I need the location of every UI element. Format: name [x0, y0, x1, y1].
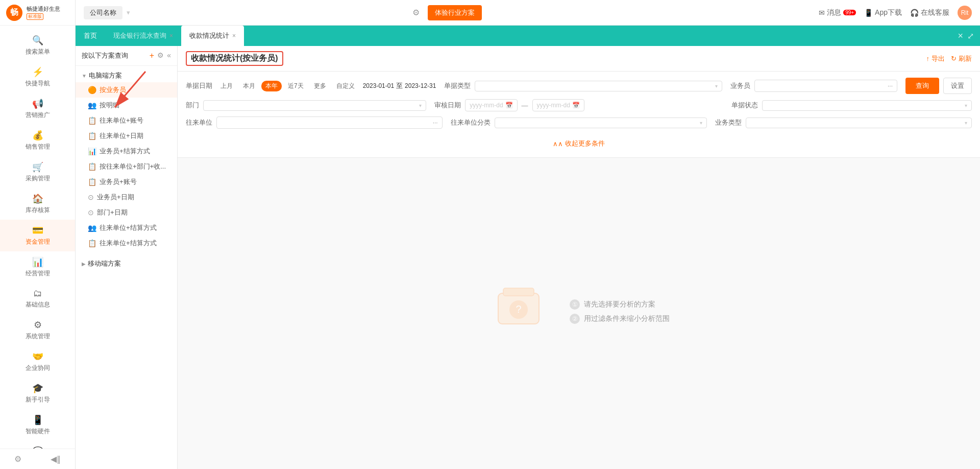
date-tab-last-month[interactable]: 上月: [216, 81, 237, 91]
sidebar-item-basic[interactable]: 🗂 基础信息: [0, 283, 75, 314]
step-1-num: ①: [570, 299, 580, 310]
tab-receipt-label: 收款情况统计: [189, 31, 229, 40]
calendar-start-icon[interactable]: 📅: [505, 102, 513, 109]
scheme-item-staff-settlement[interactable]: 📊 业务员+结算方式: [76, 144, 177, 159]
mobile-group-header[interactable]: ▶ 移动端方案: [76, 257, 177, 270]
trial-btn[interactable]: 体验行业方案: [428, 5, 482, 20]
date-range-separator: 至: [396, 81, 403, 90]
biz-type-select[interactable]: ▾: [746, 118, 972, 128]
scheme-group-pc: ▼ 电脑端方案 🟠 按业务员 👥 按明细 📋 往来单位+账号 📋 往: [76, 66, 177, 254]
tab-bank-label: 现金银行流水查询: [113, 31, 166, 40]
logo-text: 畅捷通好生意 标准版: [27, 5, 60, 20]
date-tab-7days[interactable]: 近7天: [284, 81, 308, 91]
date-start-value: 2023-01-01: [363, 82, 394, 89]
left-panel-header: 按以下方案查询 + ⚙ «: [76, 46, 177, 66]
sidebar-item-capital[interactable]: 💳 资金管理: [0, 220, 75, 251]
sidebar: 畅 畅捷通好生意 标准版 🔍 搜索菜单 ⚡ 快捷导航 📢 营销推广 💰 销售管理…: [0, 0, 76, 469]
settings-btn[interactable]: 设置: [943, 78, 972, 94]
sidebar-item-sales[interactable]: 💰 销售管理: [0, 125, 75, 156]
date-tab-more[interactable]: 更多: [310, 81, 330, 91]
bill-type-select[interactable]: ▾: [475, 81, 722, 91]
scheme-item-staff-date[interactable]: ⊙ 业务员+日期: [76, 190, 177, 205]
export-btn[interactable]: ↑ 导出: [926, 54, 945, 63]
date-tab-this-year[interactable]: 本年: [261, 81, 282, 91]
scheme-item-unit-settlement1[interactable]: 👥 往来单位+结算方式: [76, 220, 177, 236]
scheme-item-label-staff-account: 业务员+账号: [100, 177, 137, 186]
tab-bank-close[interactable]: ×: [169, 32, 173, 39]
scheme-item-by-staff[interactable]: 🟠 按业务员: [76, 82, 177, 98]
query-btn[interactable]: 查询: [905, 78, 939, 94]
collapse-filters-btn[interactable]: ∧∧ 收起更多条件: [550, 136, 608, 151]
staff-more-btn[interactable]: ···: [888, 82, 893, 89]
sidebar-item-inventory[interactable]: 🏠 库存核算: [0, 188, 75, 220]
collapse-footer-btn[interactable]: ◀‖: [51, 454, 61, 464]
hardware-icon: 📱: [32, 414, 43, 426]
user-avatar[interactable]: Rit: [958, 6, 972, 20]
scheme-item-label-unit-date: 往来单位+日期: [100, 131, 143, 140]
staff-select[interactable]: ···: [754, 80, 897, 92]
date-tab-this-month[interactable]: 本月: [239, 81, 259, 91]
service-icon: 🎧: [910, 9, 919, 17]
dept-select[interactable]: ▾: [203, 100, 426, 111]
sidebar-item-operations[interactable]: 📊 经营管理: [0, 251, 75, 283]
maximize-btn[interactable]: ⤢: [967, 31, 974, 41]
export-icon: ↑: [926, 55, 930, 62]
pc-group-label: 电脑端方案: [89, 71, 122, 80]
scheme-item-unit-settlement2[interactable]: 📋 往来单位+结算方式: [76, 236, 177, 251]
filter-bill-status-item: 单据状态 ▾: [731, 100, 972, 111]
date-tabs: 上月 本月 本年 近7天 更多 自定义: [216, 81, 359, 91]
sidebar-item-wechat[interactable]: 💬 企业微信: [0, 441, 75, 449]
sidebar-item-search[interactable]: 🔍 搜索菜单: [0, 30, 75, 61]
tab-receipt[interactable]: 收款情况统计 ×: [181, 26, 244, 46]
date-tab-custom[interactable]: 自定义: [332, 81, 359, 91]
review-date-label: 审核日期: [434, 101, 461, 110]
filter-row-3: 往来单位 ··· 往来单位分类 ▾ 业务: [186, 116, 972, 129]
bill-status-select[interactable]: ▾: [762, 100, 972, 111]
search-nav-icon: 🔍: [32, 35, 43, 46]
partner-more-btn[interactable]: ···: [433, 119, 438, 126]
logo-name: 畅捷通好生意: [27, 5, 60, 12]
sidebar-item-quicknav[interactable]: ⚡ 快捷导航: [0, 61, 75, 93]
scheme-item-dept-date[interactable]: ⊙ 部门+日期: [76, 205, 177, 220]
svg-text:?: ?: [516, 303, 521, 315]
gear-icon[interactable]: ⚙: [412, 8, 420, 17]
review-date-start[interactable]: yyyy-mm-dd 📅: [465, 99, 517, 111]
tab-home[interactable]: 首页: [76, 26, 105, 46]
sidebar-item-purchase[interactable]: 🛒 采购管理: [0, 156, 75, 188]
avatar: Rit: [958, 6, 972, 20]
scheme-item-label-detail: 按明细: [100, 101, 119, 110]
calendar-end-icon[interactable]: 📅: [572, 102, 580, 109]
scheme-item-unit-date[interactable]: 📋 往来单位+日期: [76, 128, 177, 144]
scheme-item-label-dept-date: 部门+日期: [97, 208, 128, 217]
sidebar-item-cooperation[interactable]: 🤝 企业协同: [0, 346, 75, 378]
sidebar-item-hardware[interactable]: 📱 智能硬件: [0, 409, 75, 441]
partner-select[interactable]: ···: [216, 116, 443, 129]
scheme-item-unit-account[interactable]: 📋 往来单位+账号: [76, 113, 177, 128]
refresh-btn[interactable]: ↻ 刷新: [951, 54, 972, 63]
app-download-btn[interactable]: 📱 App下载: [864, 8, 902, 17]
scheme-item-staff-account[interactable]: 📋 业务员+账号: [76, 174, 177, 190]
review-date-end[interactable]: yyyy-mm-dd 📅: [532, 99, 584, 111]
settings-scheme-btn[interactable]: ⚙: [157, 51, 164, 60]
scheme-item-by-detail[interactable]: 👥 按明细: [76, 98, 177, 113]
settings-footer-btn[interactable]: ⚙: [14, 454, 21, 464]
collapse-scheme-btn[interactable]: «: [167, 51, 171, 60]
sidebar-item-marketing[interactable]: 📢 营销推广: [0, 93, 75, 125]
message-icon: ✉: [819, 9, 825, 17]
basic-icon: 🗂: [33, 288, 42, 299]
tab-receipt-close[interactable]: ×: [232, 32, 236, 39]
close-window-btn[interactable]: ×: [958, 31, 963, 41]
partner-cat-select[interactable]: ▾: [495, 118, 707, 128]
scheme-panel-title: 按以下方案查询: [82, 51, 128, 60]
capital-icon: 💳: [32, 225, 43, 236]
tab-bank[interactable]: 现金银行流水查询 ×: [105, 26, 181, 46]
sidebar-item-guide[interactable]: 🎓 新手引导: [0, 378, 75, 409]
add-scheme-btn[interactable]: +: [150, 51, 154, 60]
scheme-item-unit-dept[interactable]: 📋 按往来单位+部门+收...: [76, 159, 177, 174]
online-service-btn[interactable]: 🎧 在线客服: [910, 8, 949, 17]
sidebar-item-system[interactable]: ⚙ 系统管理: [0, 314, 75, 346]
scheme-item-label-unit-account: 往来单位+账号: [100, 116, 143, 125]
messages-btn[interactable]: ✉ 消息 99+: [819, 8, 856, 17]
filter-staff-item: 业务员 ···: [730, 80, 897, 92]
pc-group-header[interactable]: ▼ 电脑端方案: [76, 69, 177, 82]
